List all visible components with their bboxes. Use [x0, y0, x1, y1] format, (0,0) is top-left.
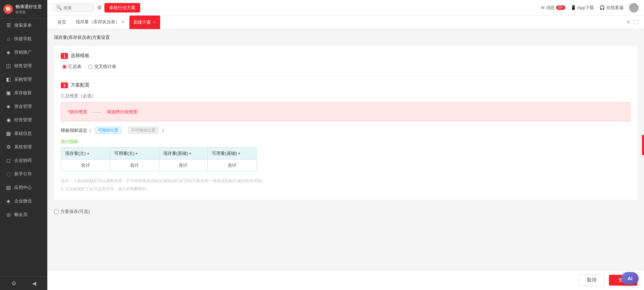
headset-icon: 🎧 [599, 5, 605, 10]
gear-icon[interactable]: ⚙ [97, 4, 102, 11]
radio-cross-input[interactable] [88, 65, 93, 69]
indicator-label: 模板指标设定（ 可拖动位置 不可拖动位置 ） [61, 127, 630, 134]
sidebar-item-member[interactable]: ◎ 畅会员 [0, 208, 47, 221]
tab-inventory[interactable]: 现存量（库存状况表） ✕ [71, 16, 129, 29]
radio-cross-label: 交叉统计表 [94, 64, 116, 70]
col3-label: 现存量(基辅) [163, 150, 188, 156]
message-icon: ✉ [541, 5, 545, 10]
tab-new-close-icon[interactable]: ✕ [153, 20, 156, 25]
search-input[interactable] [64, 5, 91, 10]
hint1-text: 提示： 1.拖动标题栏可以调整布局，不可跨维度或指标区域拖动栏目字段(只能在同一… [61, 177, 630, 185]
sidebar-item-label: 经营管理 [14, 117, 32, 123]
sidebar-footer: ⚙ ◀ [0, 276, 47, 290]
sidebar-item-enterprise[interactable]: ◻ 企业协同 [0, 154, 47, 167]
trial-button[interactable]: 体验行业方案 [104, 3, 140, 13]
save-checkbox[interactable] [54, 210, 58, 214]
sidebar-item-sales[interactable]: ◫ 销售管理 [0, 59, 47, 73]
stats-cell-4: 合计 [208, 160, 256, 171]
radio-summary-input[interactable] [62, 65, 67, 69]
draggable-badge: 可拖动位置 [95, 127, 121, 134]
col4-label: 可用量(基辅) [212, 150, 237, 156]
topbar: 🔍 ⚙ 体验行业方案 ✉ 消息 99+ 📱 App下载 🎧 在线客服 [47, 0, 644, 16]
app-download-icon: 📱 [571, 5, 576, 10]
tab-new-scheme[interactable]: 新建方案 ✕ [129, 16, 160, 29]
app-download-label: App下载 [577, 5, 594, 11]
sidebar-item-wechat[interactable]: ◈ 企业微信 [0, 194, 47, 208]
radio-summary-table[interactable]: 汇总表 [62, 64, 81, 70]
step2-header: 2 方案配置 [61, 82, 630, 88]
sidebar-item-label: 企业协同 [14, 158, 32, 164]
ai-bubble[interactable]: Ai [621, 272, 639, 285]
sidebar-item-inventory[interactable]: ▣ 库存核算 [0, 86, 47, 100]
step2-badge: 2 [61, 82, 68, 88]
message-button[interactable]: ✉ 消息 99+ [541, 5, 565, 11]
inventory-icon: ▣ [5, 90, 11, 96]
stats-header-col1[interactable]: 现存量(主) ▾ [61, 148, 110, 159]
operations-icon: ◉ [5, 117, 11, 123]
stats-table-row: 合计 合计 合计 合计 [61, 159, 256, 171]
col4-dropdown-icon[interactable]: ▾ [238, 151, 240, 156]
sidebar-item-label: 营销推广 [14, 49, 32, 55]
stats-table-header: 现存量(主) ▾ 可用量(主) ▾ 现存量(基辅) ▾ 可用量(基辅) ▾ [61, 148, 256, 159]
enterprise-icon: ◻ [5, 158, 11, 164]
stats-header-col3[interactable]: 现存量(基辅) ▾ [159, 148, 208, 159]
indicator-suffix: ） [162, 127, 166, 134]
search-box[interactable]: 🔍 [53, 3, 94, 12]
logo-icon: 畅 [3, 4, 13, 14]
col1-dropdown-icon[interactable]: ▾ [87, 151, 89, 156]
stats-header-col2[interactable]: 可用量(主) ▾ [110, 148, 159, 159]
sidebar-item-label: 销售管理 [14, 63, 32, 69]
topbar-left: 🔍 ⚙ 体验行业方案 [53, 3, 538, 13]
step1-header: 1 选择模板 [61, 53, 630, 59]
tabs-bar: 首页 现存量（库存状况表） ✕ 新建方案 ✕ ✕ ⛶ [47, 16, 644, 29]
purchase-icon: ◧ [5, 76, 11, 82]
search-menu-icon: ☰ [5, 22, 11, 28]
sidebar-item-search-menu[interactable]: ☰ 搜索菜单 [0, 19, 47, 32]
search-icon: 🔍 [56, 5, 62, 10]
main-area: 🔍 ⚙ 体验行业方案 ✉ 消息 99+ 📱 App下载 🎧 在线客服 [47, 0, 644, 290]
sidebar-item-finance[interactable]: ◈ 资金管理 [0, 100, 47, 113]
cancel-button[interactable]: 取消 [578, 274, 605, 286]
panel-close-button[interactable]: ✕ [626, 19, 630, 25]
app-center-icon: ▤ [5, 185, 11, 191]
content-area: 现存量(库存状况表)方案设置 1 选择模板 汇总表 交叉统计表 2 [47, 29, 644, 270]
hint2-content: 2. 点击标题栏下拉可设置排序、插入列和删除列 [61, 187, 146, 191]
sidebar-item-newbie[interactable]: ◌ 新手引导 [0, 167, 47, 181]
hint-title: 提示： [61, 178, 73, 183]
sidebar-item-label: 搜索菜单 [14, 22, 32, 28]
dimension-select-hint[interactable]: 请选择分组维度 [107, 109, 138, 115]
base-info-icon: ▦ [5, 130, 11, 137]
sidebar-item-label: 系统管理 [14, 144, 32, 150]
stats-header-col4[interactable]: 可用量(基辅) ▾ [208, 148, 256, 159]
vertical-dimension-label: *纵向维度 [68, 109, 87, 115]
panel-expand-button[interactable]: ⛶ [633, 19, 639, 25]
online-service-button[interactable]: 🎧 在线客服 [599, 5, 624, 11]
tab-new-label: 新建方案 [133, 19, 151, 25]
sidebar-item-label: 采购管理 [14, 76, 32, 82]
stats-label: 统计指标 [61, 139, 630, 145]
sales-icon: ◫ [5, 63, 11, 69]
tab-home[interactable]: 首页 [53, 19, 71, 25]
settings-card: 1 选择模板 汇总表 交叉统计表 2 方案配置 汇总维度（必选） [54, 46, 637, 200]
sidebar-item-base-info[interactable]: ▦ 基础信息 [0, 127, 47, 140]
sidebar-item-operations[interactable]: ◉ 经营管理 [0, 113, 47, 127]
col3-dropdown-icon[interactable]: ▾ [189, 151, 191, 156]
col2-dropdown-icon[interactable]: ▾ [136, 151, 138, 156]
app-download-button[interactable]: 📱 App下载 [571, 5, 594, 11]
radio-cross-table[interactable]: 交叉统计表 [88, 64, 116, 70]
message-label: 消息 [546, 5, 555, 11]
settings-footer-icon[interactable]: ⚙ [11, 280, 16, 287]
sidebar-nav: ☰ 搜索菜单 ⌂ 快捷导航 ◈ 营销推广 ◫ 销售管理 ◧ 采购管理 ▣ 库存核… [0, 19, 47, 276]
sidebar-item-app-center[interactable]: ▤ 应用中心 [0, 181, 47, 194]
dimension-box: *纵向维度 —— 请选择分组维度 [61, 102, 630, 121]
sidebar-item-purchase[interactable]: ◧ 采购管理 [0, 73, 47, 86]
sidebar-item-system[interactable]: ⚙ 系统管理 [0, 140, 47, 154]
hint1-content: 1.拖动标题栏可以调整布局，不可跨维度或指标区域拖动栏目字段(只能在同一维度或指… [74, 178, 263, 183]
avatar[interactable] [629, 3, 639, 13]
sidebar-item-marketing[interactable]: ◈ 营销推广 [0, 46, 47, 59]
online-service-label: 在线客服 [606, 5, 624, 11]
section-divider [61, 76, 630, 76]
collapse-footer-icon[interactable]: ◀ [32, 280, 36, 287]
tab-inventory-close-icon[interactable]: ✕ [121, 20, 125, 24]
sidebar-item-quick-nav[interactable]: ⌂ 快捷导航 [0, 32, 47, 46]
